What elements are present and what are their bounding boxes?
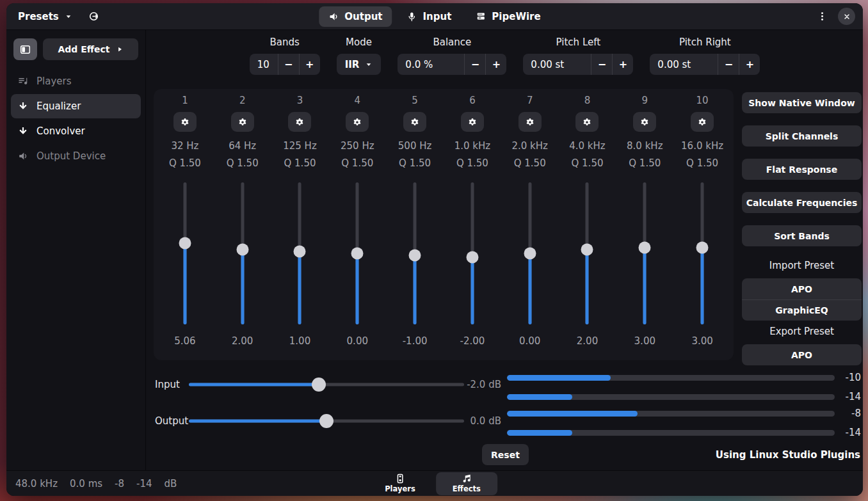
slider-knob[interactable] [179,237,191,250]
slider-knob[interactable] [639,241,651,253]
slider-knob[interactable] [524,248,536,260]
slider-knob[interactable] [319,414,334,428]
pitch-left-value[interactable]: 0.00 st [523,54,591,75]
bands-label: Bands [269,36,299,48]
eq-band-column: 84.0 kHzQ 1.502.00 [559,95,616,354]
slider-fill [528,253,531,324]
band-settings-button[interactable] [518,112,542,132]
band-gain-slider[interactable] [408,182,422,324]
meter-fill [507,430,572,436]
input-gain-label: Input [155,379,189,390]
tab-effects[interactable]: Effects [436,472,497,495]
gear-icon [295,118,304,127]
close-button[interactable] [838,8,855,25]
input-gain-slider[interactable] [189,377,464,392]
output-gain-row: Output 0.0 dB [155,410,501,433]
import-apo-button[interactable]: APO [742,278,862,299]
presets-menu-button[interactable]: Presets [14,7,76,26]
split-channels-button[interactable]: Split Channels [742,125,862,147]
slider-knob[interactable] [312,378,326,392]
sidebar-item-players[interactable]: Players [11,69,141,93]
band-settings-button[interactable] [691,112,714,132]
meter-fill [507,411,638,417]
band-settings-button[interactable] [173,112,197,132]
balance-value[interactable]: 0.0 % [398,54,464,75]
show-native-window-button[interactable]: Show Native Window [742,92,862,113]
tab-players[interactable]: Players [372,472,428,495]
mode-dropdown[interactable]: IIR [337,54,382,75]
output-gain-value: 0.0 dB [464,415,501,427]
slider-knob[interactable] [409,250,421,262]
band-gain-slider[interactable] [638,182,652,324]
effects-sidebar: Add Effect Players Equalizer Convolver O… [6,30,146,470]
band-gain-slider[interactable] [465,182,479,324]
band-settings-button[interactable] [231,112,254,132]
tab-output[interactable]: Output [319,6,392,27]
eq-actions-panel: Show Native Window Split Channels Flat R… [742,92,862,369]
add-effect-label: Add Effect [58,44,109,54]
gear-icon [526,118,534,127]
band-settings-button[interactable] [346,112,369,132]
bands-spinbox: 10 − + [250,54,320,75]
band-settings-button[interactable] [403,112,426,132]
band-gain-slider[interactable] [523,182,537,324]
slider-knob[interactable] [351,248,364,260]
sidebar-item-equalizer[interactable]: Equalizer [11,94,141,118]
slider-knob[interactable] [581,243,593,255]
band-gain-slider[interactable] [293,182,307,324]
band-q-factor: Q 1.50 [399,157,431,169]
band-frequency: 64 Hz [229,140,256,152]
slider-knob[interactable] [236,243,248,255]
band-settings-button[interactable] [575,112,599,132]
slider-knob[interactable] [294,245,306,257]
band-gain-slider[interactable] [178,182,192,324]
toggle-sidebar-button[interactable] [13,38,37,60]
pitch-right-decrement-button[interactable]: − [718,54,739,75]
bands-increment-button[interactable]: + [299,54,320,75]
bands-value[interactable]: 10 [250,54,278,75]
band-settings-button[interactable] [288,112,311,132]
media-player-icon [395,473,405,484]
balance-decrement-button[interactable]: − [464,54,485,75]
band-q-factor: Q 1.50 [169,157,201,169]
balance-control: Balance 0.0 % − + [398,36,506,75]
slider-knob[interactable] [466,251,478,264]
plugin-note: Using Linux Studio Plugins [716,449,860,461]
mode-value: IIR [345,59,360,70]
band-settings-button[interactable] [461,112,484,132]
band-gain-slider[interactable] [580,182,594,324]
slider-knob[interactable] [696,241,709,253]
slider-fill [414,255,417,324]
sort-bands-button[interactable]: Sort Bands [742,225,862,246]
band-frequency: 16.0 kHz [681,140,723,152]
band-gain-value: 5.06 [174,335,195,347]
band-gain-value: -2.00 [460,335,485,347]
main-menu-button[interactable] [814,8,830,24]
import-graphiceq-button[interactable]: GraphicEQ [742,299,862,321]
tab-input[interactable]: Input [398,6,462,27]
balance-increment-button[interactable]: + [485,54,506,75]
band-gain-slider[interactable] [695,182,709,324]
calculate-frequencies-button[interactable]: Calculate Frequencies [742,192,862,213]
band-number: 5 [412,95,418,109]
reset-button[interactable]: Reset [482,444,529,465]
bands-decrement-button[interactable]: − [278,54,299,75]
add-effect-button[interactable]: Add Effect [43,38,138,60]
sidebar-item-output-device[interactable]: Output Device [11,144,141,168]
pitch-left-increment-button[interactable]: + [612,54,633,75]
band-gain-slider[interactable] [350,182,364,324]
export-apo-button[interactable]: APO [742,344,862,365]
band-settings-button[interactable] [633,112,656,132]
pitch-right-increment-button[interactable]: + [739,54,760,75]
band-q-factor: Q 1.50 [341,157,373,169]
pitch-left-decrement-button[interactable]: − [591,54,612,75]
global-bypass-button[interactable] [85,8,102,25]
sidebar-item-convolver[interactable]: Convolver [11,119,141,143]
tab-pipewire[interactable]: PipeWire [466,6,550,27]
gear-icon [238,118,247,127]
pitch-right-value[interactable]: 0.00 st [650,54,718,75]
output-gain-slider[interactable] [189,413,464,429]
gear-icon [410,118,419,127]
band-gain-slider[interactable] [236,182,250,324]
flat-response-button[interactable]: Flat Response [742,159,862,180]
